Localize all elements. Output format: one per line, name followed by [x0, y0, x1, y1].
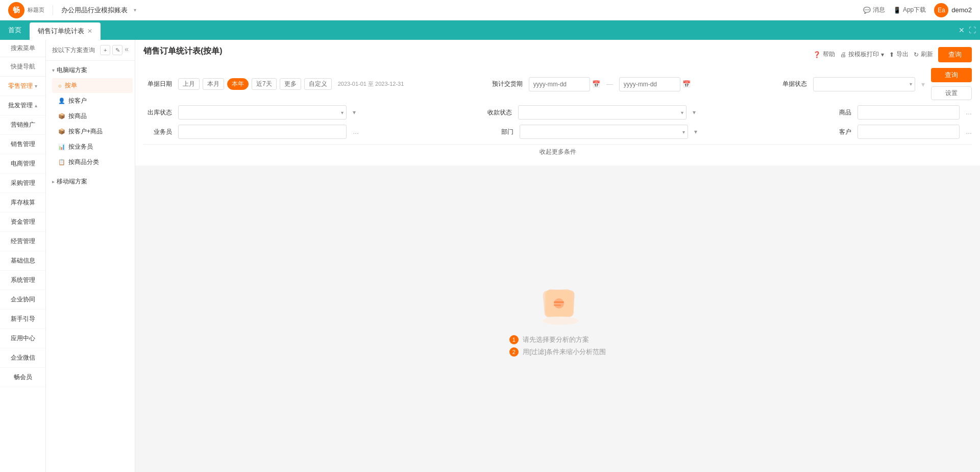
customer-more[interactable]: …	[966, 128, 972, 135]
date-btn-prev-month[interactable]: 上月	[178, 78, 200, 90]
corp-label: 企业协同	[11, 295, 35, 304]
query-btn-right[interactable]: 查询	[931, 68, 972, 82]
scheme-add-btn[interactable]: +	[100, 45, 110, 55]
sidebar-item-system[interactable]: 系统管理	[0, 271, 45, 290]
collapse-more-btn[interactable]: 收起更多条件	[535, 144, 580, 159]
purchase-label: 采购管理	[11, 179, 35, 187]
tab-sales-stat[interactable]: 销售订单统计表 ✕	[30, 22, 101, 40]
order-status-select[interactable]	[813, 77, 915, 91]
message-label: 消息	[873, 6, 885, 14]
by-goods-cat-icon: 📋	[58, 159, 65, 166]
sidebar-search[interactable]: 搜索菜单	[0, 40, 45, 57]
tab-close-icon[interactable]: ✕	[87, 28, 92, 35]
sidebar-item-basic[interactable]: 基础信息	[0, 251, 45, 271]
tab-close-window-icon[interactable]: ✕	[959, 26, 965, 34]
help-icon: ❓	[813, 51, 821, 58]
date-btn-this-month[interactable]: 本月	[203, 78, 224, 90]
sidebar-item-finance[interactable]: 资金管理	[0, 213, 45, 232]
department-more[interactable]: ▾	[694, 128, 697, 135]
scheme-group-pc: ▾ 电脑端方案 ○ 按单 👤 按客户 📦 按商品	[46, 61, 135, 172]
tab-home[interactable]: 首页	[0, 20, 30, 40]
scheme-item-by-goods-cat[interactable]: 📋 按商品分类	[52, 155, 133, 170]
scheme-edit-btn[interactable]: ✎	[112, 45, 122, 55]
svg-point-0	[543, 317, 578, 325]
scheme-group-mobile-title[interactable]: ▸ 移动端方案	[46, 174, 135, 189]
svg-rect-6	[554, 304, 561, 306]
sidebar-item-inventory[interactable]: 库存核算	[0, 193, 45, 213]
empty-hints: 1 请先选择要分析的方案 2 用[过滤]条件来缩小分析范围	[509, 335, 606, 357]
download-icon: 📱	[893, 7, 901, 14]
app-title-arrow[interactable]: ▾	[134, 7, 136, 13]
tab-maximize-icon[interactable]: ⛶	[969, 26, 976, 34]
scheme-item-by-customer[interactable]: 👤 按客户	[52, 93, 133, 108]
goods-more[interactable]: …	[966, 109, 972, 116]
newbie-label: 新手引导	[11, 315, 35, 323]
sidebar-item-corp[interactable]: 企业协同	[0, 290, 45, 310]
avatar: Ea	[934, 3, 948, 17]
salesperson-more[interactable]: …	[353, 128, 359, 135]
top-bar-right: 💬 消息 📱 App下载 Ea demo2	[863, 3, 972, 17]
date-btn-this-year[interactable]: 本年	[227, 78, 249, 90]
date-cal-icon-right: 📅	[682, 80, 691, 88]
goods-input[interactable]	[857, 105, 960, 120]
message-btn[interactable]: 💬 消息	[863, 6, 885, 14]
receipt-status-more[interactable]: ▾	[693, 109, 696, 116]
sidebar-item-wechat[interactable]: 企业微信	[0, 348, 45, 368]
goods-label: 商品	[823, 108, 851, 117]
print-icon: 🖨	[840, 51, 846, 58]
salesperson-input[interactable]	[178, 125, 347, 139]
scheme-panel-actions: + ✎ «	[100, 45, 129, 55]
scheme-item-by-goods[interactable]: 📦 按商品	[52, 109, 133, 124]
filter-row-person: 业务员 … 部门 ▾ 客户 …	[143, 125, 972, 139]
sidebar-item-wholesale[interactable]: 批发管理 ▴	[0, 96, 45, 115]
sidebar-item-retail[interactable]: 零售管理 ▾	[0, 77, 45, 96]
sidebar-item-newbie[interactable]: 新手引导	[0, 310, 45, 329]
scheme-item-by-cust-goods[interactable]: 📦 按客户+商品	[52, 124, 133, 139]
refresh-icon: ↻	[914, 51, 919, 58]
date-btn-7days[interactable]: 近7天	[252, 78, 277, 90]
scheme-item-by-order[interactable]: ○ 按单	[52, 78, 133, 93]
sidebar-item-member[interactable]: 畅会员	[0, 368, 45, 387]
inventory-label: 库存核算	[11, 198, 35, 207]
date-range-text: 2023-01-01 至 2023-12-31	[338, 80, 404, 88]
expected-date-start[interactable]	[529, 77, 590, 91]
date-btn-custom[interactable]: 自定义	[304, 78, 332, 90]
sidebar-item-sales-mgmt[interactable]: 销售管理	[0, 135, 45, 154]
customer-input[interactable]	[857, 125, 960, 139]
refresh-btn[interactable]: ↻ 刷新	[914, 50, 933, 59]
export-btn[interactable]: ⬆ 导出	[889, 50, 909, 59]
date-btn-more[interactable]: 更多	[280, 78, 301, 90]
system-label: 系统管理	[11, 276, 35, 285]
by-salesperson-icon: 📊	[58, 144, 65, 150]
delivery-status-select[interactable]	[178, 105, 347, 120]
sidebar-item-ecommerce[interactable]: 电商管理	[0, 154, 45, 174]
sidebar-item-ops[interactable]: 经营管理	[0, 232, 45, 251]
scheme-item-by-salesperson[interactable]: 📊 按业务员	[52, 139, 133, 154]
sidebar-item-marketing[interactable]: 营销推广	[0, 115, 45, 135]
sidebar-quick-nav[interactable]: 快捷导航	[0, 57, 45, 77]
search-menu-label[interactable]: 搜索菜单	[4, 44, 41, 53]
print-btn[interactable]: 🖨 按模板打印 ▾	[840, 50, 884, 59]
top-bar-left: 畅 标题页 办公用品行业模拟账表 ▾	[8, 2, 136, 18]
by-order-label: 按单	[65, 81, 77, 90]
help-btn[interactable]: ❓ 帮助	[813, 50, 835, 59]
delivery-status-more[interactable]: ▾	[353, 109, 356, 116]
setting-btn[interactable]: 设置	[931, 86, 972, 100]
by-salesperson-label: 按业务员	[68, 143, 93, 151]
app-download-btn[interactable]: 📱 App下载	[893, 6, 926, 14]
order-status-expand[interactable]: ▾	[921, 80, 925, 88]
wholesale-label: 批发管理	[8, 101, 33, 110]
user-area[interactable]: Ea demo2	[934, 3, 972, 17]
department-select[interactable]	[520, 125, 688, 139]
avatar-initials: Ea	[938, 7, 945, 14]
message-icon: 💬	[863, 7, 871, 14]
expected-date-end[interactable]	[619, 77, 680, 91]
query-button[interactable]: 查询	[938, 47, 972, 62]
quick-nav-label[interactable]: 快捷导航	[0, 59, 45, 74]
sidebar-item-apps[interactable]: 应用中心	[0, 329, 45, 348]
delivery-status-wrapper	[178, 105, 347, 120]
scheme-group-pc-title[interactable]: ▾ 电脑端方案	[46, 63, 135, 78]
scheme-collapse-btn[interactable]: «	[125, 45, 129, 55]
receipt-status-select[interactable]	[518, 105, 687, 120]
sidebar-item-purchase[interactable]: 采购管理	[0, 174, 45, 193]
